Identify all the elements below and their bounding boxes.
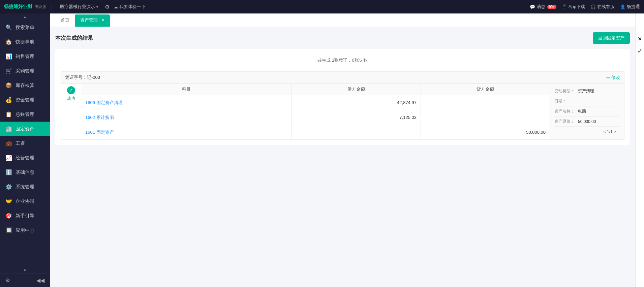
content-area: 首页 资产管理 ✕ 本次生成的结果 返回固定资产 共生成 1张凭证，0张失败 bbox=[50, 13, 635, 287]
sidebar-item-payroll[interactable]: 💼 工资 bbox=[0, 136, 50, 151]
asset-name-label: 资产名称： bbox=[554, 108, 578, 114]
page-title: 本次生成的结果 bbox=[55, 35, 93, 42]
cloud-icon: ☁ bbox=[114, 4, 118, 9]
col-subject: 科目 bbox=[81, 84, 292, 95]
expand-panel-button[interactable]: ⤢ bbox=[636, 45, 644, 56]
app-download-action[interactable]: 📱 App下载 bbox=[562, 4, 585, 10]
prev-page-btn[interactable]: < bbox=[604, 129, 606, 134]
tab-asset-management[interactable]: 资产管理 ✕ bbox=[75, 14, 110, 27]
table-row: 1602 累计折旧 7,125.03 bbox=[81, 110, 550, 125]
settings-icon[interactable]: ⚙ bbox=[103, 2, 111, 11]
chevron-down-icon: ▾ bbox=[96, 5, 98, 9]
fund-icon: 💰 bbox=[5, 97, 12, 103]
debit-cell-1: 7,125.03 bbox=[292, 110, 421, 125]
tab-bar: 首页 资产管理 ✕ bbox=[50, 13, 635, 27]
payroll-icon: 💼 bbox=[5, 140, 12, 147]
change-type-label: 变动类型： bbox=[554, 88, 578, 94]
sidebar-item-ledger[interactable]: 📋 总账管理 bbox=[0, 107, 50, 122]
voucher-header: 凭证字号：记-003 ✏ 修改 bbox=[61, 71, 624, 84]
app-edition: 普及版 bbox=[35, 4, 46, 9]
search-icon: 🔍 bbox=[5, 24, 12, 31]
sidebar-item-guide[interactable]: 🎯 新手引导 bbox=[0, 209, 50, 223]
tab-home[interactable]: 首页 bbox=[55, 14, 75, 27]
user-action[interactable]: 👤 畅捷通 bbox=[620, 4, 640, 10]
info-row-change-type: 变动类型： 资产清理 bbox=[554, 86, 620, 96]
page-info: 1/1 bbox=[607, 129, 614, 134]
header-left: 畅捷通好业财 普及版 医疗器械行业演示 ▾ ⚙ ☁ 我要体验一下 bbox=[4, 2, 146, 11]
result-summary: 共生成 1张凭证，0张失败 bbox=[61, 55, 624, 66]
sidebar-item-fund[interactable]: 💰 资金管理 bbox=[0, 93, 50, 107]
sidebar-item-system[interactable]: ⚙️ 系统管理 bbox=[0, 180, 50, 194]
service-icon: 🎧 bbox=[590, 4, 596, 9]
info-row-asset-value: 资产原值： 50,000.00 bbox=[554, 117, 620, 127]
check-circle: ✓ bbox=[67, 86, 75, 94]
asset-value-value: 50,000.00 bbox=[578, 119, 596, 124]
close-panel-button[interactable]: ✕ bbox=[636, 34, 644, 44]
info-row-asset-name: 资产名称： 电脑 bbox=[554, 106, 620, 117]
edit-button[interactable]: ✏ 修改 bbox=[606, 74, 620, 81]
voucher-section: 凭证字号：记-003 ✏ 修改 ✓ bbox=[61, 71, 624, 140]
subject-cell-1[interactable]: 1602 累计折旧 bbox=[81, 110, 292, 125]
date-label: 日期： bbox=[554, 98, 578, 104]
status-text: 成功 bbox=[67, 96, 75, 101]
sidebar-item-inventory[interactable]: 📦 库存核算 bbox=[0, 78, 50, 93]
subject-cell-2[interactable]: 1601 固定资产 bbox=[81, 125, 292, 139]
voucher-number: 凭证字号：记-003 bbox=[65, 74, 100, 81]
guide-icon: 🎯 bbox=[5, 213, 12, 219]
operations-icon: 📈 bbox=[5, 155, 12, 161]
return-button[interactable]: 返回固定资产 bbox=[593, 32, 630, 44]
online-service-action[interactable]: 🎧 在线客服 bbox=[590, 4, 615, 10]
sidebar-item-sales[interactable]: 📊 销售管理 bbox=[0, 49, 50, 64]
system-icon: ⚙️ bbox=[5, 184, 12, 190]
credit-cell-2: 50,000.00 bbox=[421, 125, 550, 139]
basic-info-icon: ℹ️ bbox=[5, 169, 12, 176]
experience-button[interactable]: ☁ 我要体验一下 bbox=[114, 4, 146, 10]
debit-cell-2 bbox=[292, 125, 421, 139]
message-badge: 99+ bbox=[547, 5, 556, 9]
credit-cell-0 bbox=[421, 95, 550, 110]
download-icon: 📱 bbox=[562, 4, 567, 9]
voucher-table-wrap: ✓ 成功 科目 借方金额 贷方金额 bbox=[61, 84, 624, 140]
sidebar-item-search[interactable]: 🔍 搜索菜单 bbox=[0, 20, 50, 35]
sidebar-item-fixed-assets[interactable]: 🏢 固定资产 bbox=[0, 122, 50, 136]
edit-icon: ✏ bbox=[606, 75, 610, 80]
sidebar-item-quick-nav[interactable]: 🏠 快捷导航 bbox=[0, 35, 50, 49]
voucher-table: 科目 借方金额 贷方金额 1606 固定资产清理 42,874.97 bbox=[81, 84, 550, 139]
sidebar-bottom: ⚙ ◀◀ bbox=[0, 274, 50, 287]
pagination: < 1/1 > bbox=[554, 127, 620, 137]
sidebar-scroll-up[interactable]: ▲ bbox=[0, 13, 50, 20]
col-debit: 借方金额 bbox=[292, 84, 421, 95]
sidebar-item-operations[interactable]: 📈 经营管理 bbox=[0, 151, 50, 165]
inventory-icon: 📦 bbox=[5, 82, 12, 89]
company-name: 医疗器械行业演示 bbox=[60, 4, 95, 10]
sidebar: ▲ 🔍 搜索菜单 🏠 快捷导航 📊 销售管理 🛒 采购管理 📦 库存核算 bbox=[0, 13, 50, 287]
sidebar-item-enterprise[interactable]: 🤝 企业协同 bbox=[0, 194, 50, 209]
table-row: 1601 固定资产 50,000.00 bbox=[81, 125, 550, 139]
sales-icon: 📊 bbox=[5, 53, 12, 60]
header-right: 💬 消息 99+ 📱 App下载 🎧 在线客服 👤 畅捷通 bbox=[530, 4, 640, 10]
sidebar-scroll-down[interactable]: ▼ bbox=[0, 267, 50, 274]
sidebar-item-basic-info[interactable]: ℹ️ 基础信息 bbox=[0, 165, 50, 180]
col-credit: 贷方金额 bbox=[421, 84, 550, 95]
main-layout: ▲ 🔍 搜索菜单 🏠 快捷导航 📊 销售管理 🛒 采购管理 📦 库存核算 bbox=[0, 13, 644, 287]
app-logo: 畅捷通好业财 bbox=[4, 4, 32, 10]
credit-cell-1 bbox=[421, 110, 550, 125]
sidebar-item-app-center[interactable]: 🔲 应用中心 bbox=[0, 223, 50, 237]
tab-close-icon[interactable]: ✕ bbox=[101, 18, 104, 23]
subject-cell-0[interactable]: 1606 固定资产清理 bbox=[81, 95, 292, 110]
next-page-btn[interactable]: > bbox=[614, 129, 616, 134]
sidebar-settings-icon[interactable]: ⚙ bbox=[5, 277, 10, 284]
result-header: 本次生成的结果 返回固定资产 bbox=[55, 32, 630, 44]
message-icon: 💬 bbox=[530, 4, 535, 9]
top-header: 畅捷通好业财 普及版 医疗器械行业演示 ▾ ⚙ ☁ 我要体验一下 💬 消息 99… bbox=[0, 0, 644, 13]
change-type-value: 资产清理 bbox=[578, 88, 594, 94]
status-cell: ✓ 成功 bbox=[61, 84, 81, 139]
debit-cell-0: 42,874.97 bbox=[292, 95, 421, 110]
sidebar-collapse-icon[interactable]: ◀◀ bbox=[36, 277, 44, 284]
right-panel-controls: ✕ ⤢ bbox=[635, 13, 644, 287]
sidebar-item-purchase[interactable]: 🛒 采购管理 bbox=[0, 64, 50, 78]
company-selector[interactable]: 医疗器械行业演示 ▾ bbox=[57, 4, 101, 10]
message-action[interactable]: 💬 消息 99+ bbox=[530, 4, 556, 10]
user-icon: 👤 bbox=[620, 4, 625, 9]
home-icon: 🏠 bbox=[5, 39, 12, 45]
